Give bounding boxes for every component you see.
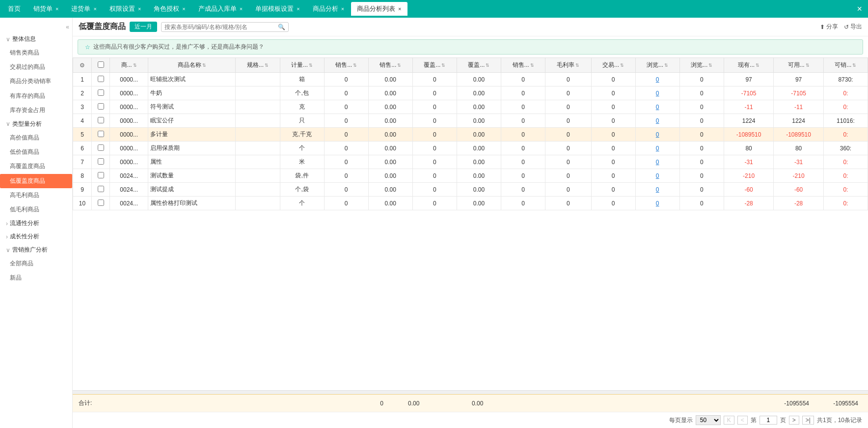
row-checkbox[interactable] xyxy=(98,172,104,178)
sidebar-collapse-button[interactable]: « xyxy=(0,22,72,32)
row-checkbox[interactable] xyxy=(98,186,104,192)
row-browse1[interactable]: 0 xyxy=(635,100,679,114)
row-browse1[interactable]: 0 xyxy=(635,73,679,86)
next-page-button[interactable]: > xyxy=(789,416,799,425)
search-icon[interactable]: 🔍 xyxy=(278,24,285,30)
sidebar-item-category-turnover[interactable]: 商品分类动销率 xyxy=(0,74,72,88)
close-icon[interactable]: × xyxy=(297,6,299,12)
last-page-button[interactable]: >| xyxy=(802,416,814,425)
column-settings-button[interactable]: ⚙ xyxy=(73,58,92,73)
sidebar-group-flow-analysis[interactable]: › 流通性分析 xyxy=(0,217,72,230)
tab-home[interactable]: 首页 xyxy=(2,2,27,16)
sidebar-item-low-value[interactable]: 低价值商品 xyxy=(0,145,72,159)
row-name: 测试数量 xyxy=(148,169,236,183)
sidebar-group-marketing-analysis[interactable]: ∨ 营销推广分析 xyxy=(0,243,72,257)
row-checkbox-cell[interactable] xyxy=(91,169,109,183)
tab-analysis[interactable]: 商品分析 × xyxy=(307,2,350,16)
row-cov2: 0.00 xyxy=(457,128,501,142)
row-checkbox[interactable] xyxy=(98,89,104,96)
prev-page-button[interactable]: < xyxy=(737,416,748,425)
row-browse1[interactable]: 0 xyxy=(635,86,679,100)
tab-products-entry[interactable]: 产成品入库单 × xyxy=(192,2,248,16)
search-input[interactable] xyxy=(164,24,278,30)
row-browse1[interactable]: 0 xyxy=(635,183,679,197)
export-button[interactable]: ↺ 导出 xyxy=(844,23,862,31)
select-all-checkbox[interactable] xyxy=(98,61,104,68)
close-icon[interactable]: × xyxy=(398,6,401,12)
sidebar-group-volume-analysis[interactable]: ∨ 类型量分析 xyxy=(0,117,72,131)
row-checkbox[interactable] xyxy=(98,144,104,151)
column-checkbox-header[interactable] xyxy=(91,58,109,73)
close-icon[interactable]: × xyxy=(182,6,185,12)
row-checkbox[interactable] xyxy=(98,117,104,123)
row-checkbox-cell[interactable] xyxy=(91,155,109,169)
row-checkbox-cell[interactable] xyxy=(91,100,109,114)
row-checkbox-cell[interactable] xyxy=(91,142,109,155)
sidebar-item-in-stock[interactable]: 有库存的商品 xyxy=(0,89,72,103)
row-checkbox-cell[interactable] xyxy=(91,128,109,142)
row-browse1[interactable]: 0 xyxy=(635,197,679,210)
row-cov1: 0 xyxy=(412,86,457,100)
close-icon[interactable]: × xyxy=(55,6,58,12)
sidebar-item-high-profit[interactable]: 高毛利商品 xyxy=(0,188,72,202)
sidebar-item-low-coverage[interactable]: 低覆盖度商品 xyxy=(0,174,72,188)
table-row: 4 0000... 眠宝公仔 只 0 0.00 0 0.00 0 0 0 0 0… xyxy=(73,114,868,128)
row-cov2: 0.00 xyxy=(457,183,501,197)
product-table: ⚙ 商...⇅ 商品名称⇅ 规格...⇅ 计量...⇅ 销售...⇅ 销售...… xyxy=(73,57,868,210)
tab-permissions[interactable]: 权限设置 × xyxy=(104,2,147,16)
row-browse1[interactable]: 0 xyxy=(635,128,679,142)
row-browse1[interactable]: 0 xyxy=(635,155,679,169)
tab-sales[interactable]: 销货单 × xyxy=(27,2,64,16)
sidebar-item-all-goods[interactable]: 全部商品 xyxy=(0,257,72,271)
tab-templates[interactable]: 单据模板设置 × xyxy=(249,2,305,16)
page-number-input[interactable] xyxy=(760,416,777,425)
row-browse1[interactable]: 0 xyxy=(635,142,679,155)
sidebar-item-traded-goods[interactable]: 交易过的商品 xyxy=(0,60,72,74)
row-checkbox-cell[interactable] xyxy=(91,73,109,86)
row-unit: 克 xyxy=(280,100,324,114)
tab-analysis-list[interactable]: 商品分析列表 × xyxy=(351,2,407,16)
row-browse1[interactable]: 0 xyxy=(635,169,679,183)
first-page-button[interactable]: K xyxy=(724,416,734,425)
row-trans: 0 xyxy=(591,169,635,183)
chevron-down-icon: ∨ xyxy=(6,36,10,43)
row-checkbox[interactable] xyxy=(98,131,104,137)
row-browse2: 0 xyxy=(679,169,724,183)
row-checkbox[interactable] xyxy=(98,158,104,165)
sidebar-item-new-goods[interactable]: 新品 xyxy=(0,271,72,285)
close-icon[interactable]: × xyxy=(240,6,243,12)
row-checkbox-cell[interactable] xyxy=(91,114,109,128)
row-sellable: 0: xyxy=(823,197,868,210)
sidebar-group-overall[interactable]: ∨ 整体信息 xyxy=(0,32,72,46)
row-checkbox-cell[interactable] xyxy=(91,183,109,197)
tab-roles[interactable]: 角色授权 × xyxy=(148,2,191,16)
row-checkbox[interactable] xyxy=(98,103,104,110)
row-checkbox[interactable] xyxy=(98,76,104,82)
row-sales-x: 0 xyxy=(501,114,545,128)
row-checkbox-cell[interactable] xyxy=(91,86,109,100)
row-sellable: 360: xyxy=(823,142,868,155)
row-checkbox[interactable] xyxy=(98,200,104,206)
per-page-select[interactable]: 50 10 20 100 xyxy=(696,415,721,425)
window-close-button[interactable]: × xyxy=(853,4,866,14)
close-icon[interactable]: × xyxy=(138,6,141,12)
horizontal-scrollbar[interactable] xyxy=(73,390,868,394)
row-browse1[interactable]: 0 xyxy=(635,114,679,128)
column-code: 商...⇅ xyxy=(110,58,148,73)
close-icon[interactable]: × xyxy=(93,6,96,12)
close-icon[interactable]: × xyxy=(341,6,344,12)
sidebar-item-stock-value[interactable]: 库存资金占用 xyxy=(0,103,72,117)
share-button[interactable]: ⬆ 分享 xyxy=(820,23,838,31)
row-checkbox-cell[interactable] xyxy=(91,197,109,210)
sidebar-group-growth-analysis[interactable]: › 成长性分析 xyxy=(0,230,72,243)
tab-purchase[interactable]: 进货单 × xyxy=(65,2,102,16)
row-sales-x: 0 xyxy=(501,86,545,100)
sidebar-item-low-profit[interactable]: 低毛利商品 xyxy=(0,202,72,217)
column-spec: 规格...⇅ xyxy=(236,58,280,73)
sidebar-item-high-coverage[interactable]: 高覆盖度商品 xyxy=(0,159,72,173)
period-button[interactable]: 近一月 xyxy=(130,22,157,32)
sidebar: « ∨ 整体信息 销售类商品 交易过的商品 商品分类动销率 有库存的商品 库存资… xyxy=(0,18,73,428)
sidebar-item-sales-goods[interactable]: 销售类商品 xyxy=(0,46,72,60)
column-sellable: 可销...⇅ xyxy=(823,58,868,73)
sidebar-item-high-value[interactable]: 高价值商品 xyxy=(0,131,72,145)
